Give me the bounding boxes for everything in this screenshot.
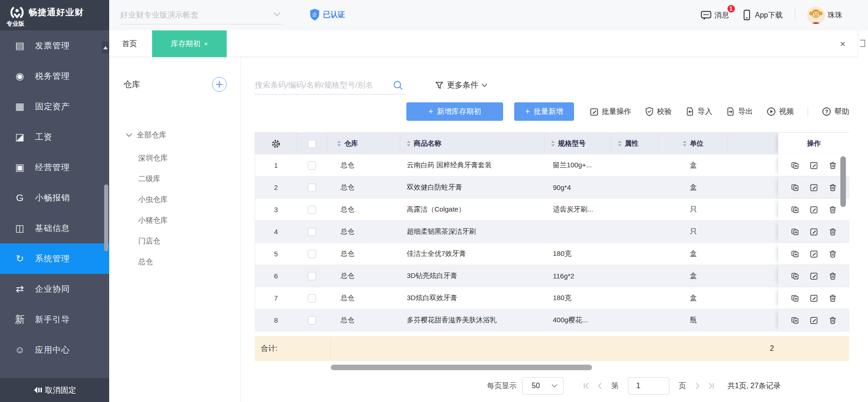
per-page-select[interactable]: 50 [522, 377, 563, 395]
column-settings-gear-icon[interactable] [271, 139, 281, 149]
unpin-sidebar-button[interactable]: 取消固定 [0, 378, 109, 402]
vertical-scrollbar-thumb[interactable] [840, 156, 846, 207]
sidebar-item[interactable]: ▦ 固定资产 [0, 91, 109, 122]
edit-icon[interactable] [809, 205, 818, 214]
import-button[interactable]: 导入 [686, 107, 712, 117]
sort-icon[interactable] [337, 141, 341, 147]
edit-icon[interactable] [809, 227, 818, 236]
row-checkbox[interactable] [308, 161, 316, 170]
batch-add-button[interactable]: + 批量新增 [514, 102, 574, 121]
sidebar-item[interactable]: ☺ 应用中心 [0, 335, 109, 365]
messages-button[interactable]: 消息 1 [700, 10, 729, 21]
row-checkbox[interactable] [308, 228, 316, 236]
copy-add-icon[interactable] [791, 249, 799, 258]
edit-icon[interactable] [809, 183, 818, 192]
last-page-button[interactable] [707, 382, 715, 390]
row-checkbox[interactable] [308, 250, 316, 258]
table-row[interactable]: 1 总仓 云南白药 国粹经典牙膏套装 留兰100g+... 盒 [255, 154, 849, 177]
row-checkbox[interactable] [308, 272, 316, 280]
sidebar-item[interactable]: ▤ 发票管理 [0, 30, 109, 61]
copy-add-icon[interactable] [791, 161, 799, 170]
verified-badge[interactable]: 企 已认证 [309, 8, 345, 21]
tab-home[interactable]: 首页 [122, 30, 137, 57]
page-number-input[interactable] [628, 377, 669, 395]
help-button[interactable]: ? 帮助 [822, 107, 849, 117]
delete-trash-icon[interactable] [828, 249, 837, 258]
table-row[interactable]: 6 总仓 3D钻亮炫白牙膏 116g*2 盒 [255, 265, 849, 287]
column-header-attr[interactable]: 属性 [611, 133, 659, 154]
select-all-checkbox[interactable] [308, 140, 316, 148]
tree-node-warehouse[interactable]: 小虫仓库 [138, 189, 168, 210]
close-panel-button[interactable]: × [836, 37, 850, 51]
video-button[interactable]: 视频 [767, 107, 794, 117]
search-input[interactable] [255, 76, 405, 95]
edit-icon[interactable] [809, 294, 818, 302]
column-header-spec[interactable]: 规格型号 [545, 133, 611, 154]
sort-icon[interactable] [683, 141, 686, 147]
tab-inventory-init[interactable]: 库存期初 × [152, 30, 227, 57]
row-checkbox[interactable] [308, 183, 316, 192]
next-page-button[interactable] [695, 382, 701, 390]
tree-node-warehouse[interactable]: 小猪仓库 [138, 210, 168, 231]
copy-add-icon[interactable] [791, 227, 799, 236]
tab-close-icon[interactable]: × [204, 40, 208, 47]
edit-icon[interactable] [809, 249, 818, 258]
table-row[interactable]: 2 总仓 双效健白防蛀牙膏 90g*4 盒 [255, 177, 849, 199]
copy-add-icon[interactable] [791, 205, 799, 214]
tree-node-warehouse[interactable]: 深圳仓库 [138, 148, 168, 169]
column-header-product[interactable]: 商品名称 [400, 133, 545, 154]
sort-icon[interactable] [618, 141, 622, 147]
delete-trash-icon[interactable] [828, 294, 837, 302]
first-page-button[interactable] [583, 382, 590, 390]
horizontal-scrollbar-thumb[interactable] [331, 365, 592, 370]
column-header-unit[interactable]: 单位 [659, 133, 728, 154]
delete-trash-icon[interactable] [828, 227, 837, 236]
tree-node-all-warehouses[interactable]: 全部仓库 [126, 130, 166, 140]
row-checkbox[interactable] [308, 316, 316, 325]
row-checkbox[interactable] [308, 206, 316, 214]
sidebar-item[interactable]: 新 新手引导 [0, 304, 109, 335]
delete-trash-icon[interactable] [828, 161, 837, 170]
validate-button[interactable]: 校验 [645, 107, 672, 117]
batch-operations-button[interactable]: 批量操作 [590, 107, 631, 117]
more-filters-button[interactable]: 更多条件 [435, 80, 487, 90]
row-checkbox[interactable] [308, 294, 316, 302]
sidebar-item[interactable]: ⇄ 企业协同 [0, 274, 109, 304]
sort-icon[interactable] [551, 141, 555, 147]
tree-node-warehouse[interactable]: 二级库 [138, 169, 168, 189]
copy-add-icon[interactable] [791, 183, 799, 192]
search-icon[interactable] [393, 80, 404, 91]
copy-add-icon[interactable] [791, 272, 799, 280]
edit-icon[interactable] [809, 272, 818, 280]
account-selector[interactable]: 好业财专业版演示帐套 [120, 0, 284, 30]
sidebar-item[interactable]: ◫ 基础信息 [0, 213, 109, 243]
edit-icon[interactable] [809, 316, 818, 325]
column-header-warehouse[interactable]: 仓库 [327, 133, 400, 154]
tree-node-warehouse[interactable]: 总仓 [138, 252, 168, 272]
sidebar-scrollbar[interactable] [104, 184, 108, 251]
copy-add-icon[interactable] [791, 316, 799, 325]
delete-trash-icon[interactable] [828, 205, 837, 214]
copy-add-icon[interactable] [791, 294, 799, 302]
sidebar-item[interactable]: ▣ 经营管理 [0, 152, 109, 183]
delete-trash-icon[interactable] [828, 183, 837, 192]
sidebar-item[interactable]: G 小畅报销 [0, 183, 109, 213]
prev-page-button[interactable] [597, 382, 602, 390]
table-row[interactable]: 8 总仓 多芬樱花甜香滋养美肤沐浴乳 400g樱花... 瓶 [255, 309, 849, 331]
sort-icon[interactable] [407, 141, 411, 147]
add-inventory-init-button[interactable]: + 新增库存期初 [406, 102, 503, 121]
table-row[interactable]: 7 总仓 3D炫白双效牙膏 180克 盒 [255, 287, 849, 309]
sidebar-scroll-up-button[interactable] [102, 41, 109, 53]
add-warehouse-button[interactable] [212, 77, 227, 92]
edit-icon[interactable] [809, 161, 818, 170]
app-download-button[interactable]: App下载 [741, 9, 783, 21]
table-row[interactable]: 5 总仓 佳洁士全优7效牙膏 180克 盒 [255, 243, 849, 265]
delete-trash-icon[interactable] [828, 316, 837, 325]
table-row[interactable]: 3 总仓 高露洁（Colgate） 适齿炭牙刷... 只 [255, 199, 849, 221]
table-row[interactable]: 4 总仓 超细柔韧黑茶深洁牙刷 只 [255, 221, 849, 243]
delete-trash-icon[interactable] [828, 272, 837, 280]
sidebar-item[interactable]: ◪ 工资 [0, 122, 109, 152]
export-button[interactable]: 导出 [726, 107, 753, 117]
sidebar-item[interactable]: ◉ 税务管理 [0, 61, 109, 91]
user-menu[interactable]: 珠珠 [807, 6, 842, 24]
